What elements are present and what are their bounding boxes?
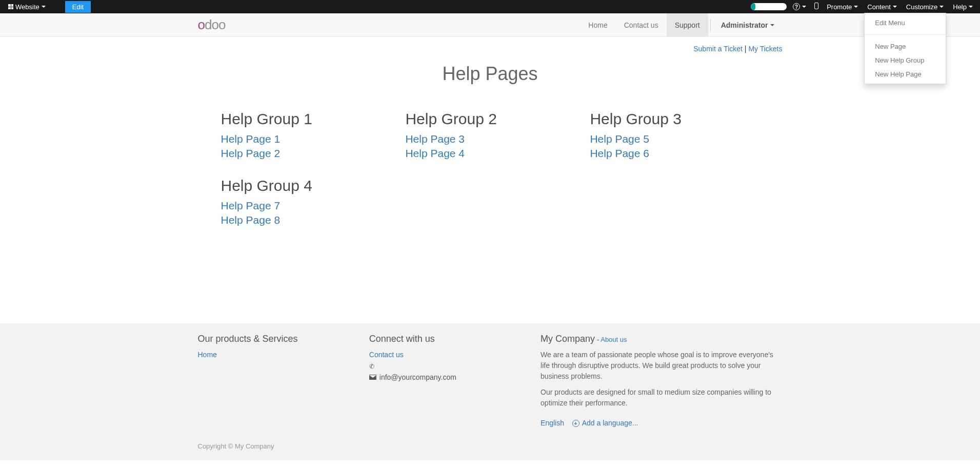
link-my-tickets[interactable]: My Tickets: [748, 45, 782, 53]
footer-email-row: info@yourcompany.com: [369, 373, 530, 381]
footer-col-connect: Connect with us Contact us info@yourcomp…: [369, 334, 530, 427]
nav-user-dropdown[interactable]: Administrator: [713, 21, 783, 29]
help-page-link[interactable]: Help Page 3: [405, 133, 574, 145]
caret-down-icon: [969, 6, 973, 8]
footer-heading: Connect with us: [369, 334, 530, 344]
help-group: Help Group 1 Help Page 1 Help Page 2: [213, 110, 398, 162]
group-title: Help Group 2: [405, 110, 574, 128]
navbar-container: odoo Home Contact us Support Administrat…: [190, 13, 790, 36]
progress-fill: [751, 3, 755, 10]
nav-contact[interactable]: Contact us: [616, 13, 667, 36]
customize-label: Customize: [906, 3, 937, 11]
website-label: Website: [15, 3, 39, 11]
promote-label: Promote: [827, 3, 852, 11]
mail-icon: [369, 375, 376, 380]
nav-support[interactable]: Support: [667, 13, 708, 36]
nav-right: Home Contact us Support Administrator: [580, 13, 782, 36]
link-submit-ticket[interactable]: Submit a Ticket: [693, 45, 743, 53]
help-page-link[interactable]: Help Page 6: [590, 147, 759, 160]
link-sep: |: [743, 45, 748, 53]
lang-add[interactable]: + Add a language...: [572, 419, 638, 427]
footer-link-about[interactable]: About us: [601, 336, 627, 343]
footer-link-contact[interactable]: Contact us: [369, 351, 404, 359]
help-page-link[interactable]: Help Page 4: [405, 147, 574, 160]
nav-home[interactable]: Home: [580, 13, 615, 36]
main-navbar: odoo Home Contact us Support Administrat…: [0, 13, 980, 37]
dropdown-divider: [865, 34, 946, 35]
footer-heading: Our products & Services: [198, 334, 359, 344]
footer-phone-row: [369, 362, 530, 370]
menu-new-help-page[interactable]: New Help Page: [865, 67, 946, 81]
promote-dropdown[interactable]: Promote: [824, 1, 861, 13]
help-label: Help: [953, 3, 967, 11]
content-dropdown[interactable]: Content Edit Menu New Page New Help Grou…: [864, 1, 900, 13]
language-row: English + Add a language...: [541, 419, 782, 427]
help-groups: Help Group 1 Help Page 1 Help Page 2 Hel…: [198, 110, 783, 244]
caret-down-icon: [854, 6, 858, 8]
content-dropdown-menu: Edit Menu New Page New Help Group New He…: [864, 13, 946, 84]
website-dropdown[interactable]: Website: [4, 1, 50, 13]
user-label: Administrator: [721, 21, 768, 29]
help-icon-button[interactable]: ?: [790, 1, 809, 12]
topbar-left: Website Edit: [4, 1, 91, 13]
help-page-link[interactable]: Help Page 5: [590, 133, 759, 145]
odoo-logo[interactable]: odoo: [198, 17, 226, 33]
footer-email: info@yourcompany.com: [379, 373, 456, 381]
progress-indicator[interactable]: [751, 3, 787, 10]
help-dropdown[interactable]: Help: [950, 1, 976, 13]
plus-circle-icon: +: [572, 420, 579, 427]
menu-new-page[interactable]: New Page: [865, 40, 946, 53]
help-group: Help Group 3 Help Page 5 Help Page 6: [582, 110, 767, 162]
group-title: Help Group 4: [221, 177, 390, 195]
nav-divider: [710, 19, 711, 31]
footer-col-company: My Company - About us We are a team of p…: [541, 334, 782, 427]
main-content: Submit a Ticket | My Tickets Help Pages …: [190, 37, 790, 251]
question-circle-icon: ?: [793, 3, 800, 10]
caret-down-icon: [42, 6, 46, 8]
customize-dropdown[interactable]: Customize: [903, 1, 947, 13]
help-page-link[interactable]: Help Page 7: [221, 200, 390, 212]
top-links: Submit a Ticket | My Tickets: [198, 45, 783, 53]
mobile-icon: [814, 3, 818, 9]
help-page-link[interactable]: Help Page 1: [221, 133, 390, 145]
footer-container: Our products & Services Home Connect wit…: [190, 334, 790, 427]
lang-add-label: Add a language...: [582, 419, 638, 427]
footer-col-products: Our products & Services Home: [198, 334, 359, 427]
caret-down-icon: [893, 6, 897, 8]
help-page-link[interactable]: Help Page 2: [221, 147, 390, 160]
footer-text: We are a team of passionate people whose…: [541, 350, 782, 382]
mobile-preview-button[interactable]: [812, 3, 821, 11]
caret-down-icon: [770, 24, 774, 26]
content-label: Content: [867, 3, 891, 11]
phone-icon: [369, 362, 374, 370]
help-group: Help Group 2 Help Page 3 Help Page 4: [397, 110, 582, 162]
footer-copyright: Copyright © My Company: [190, 437, 790, 450]
group-title: Help Group 1: [221, 110, 390, 128]
caret-down-icon: [802, 6, 806, 8]
menu-new-help-group[interactable]: New Help Group: [865, 53, 946, 67]
admin-topbar: Website Edit ? Promote Content Edit Menu…: [0, 0, 980, 13]
help-page-link[interactable]: Help Page 8: [221, 214, 390, 226]
lang-english[interactable]: English: [541, 419, 564, 427]
footer-text: Our products are designed for small to m…: [541, 387, 782, 409]
help-group: Help Group 4 Help Page 7 Help Page 8: [213, 177, 398, 228]
menu-edit-menu[interactable]: Edit Menu: [865, 16, 946, 30]
footer-link-home[interactable]: Home: [198, 351, 217, 359]
page-title: Help Pages: [198, 63, 783, 85]
group-title: Help Group 3: [590, 110, 759, 128]
footer-company-name: My Company: [541, 334, 595, 344]
edit-button[interactable]: Edit: [65, 1, 91, 13]
caret-down-icon: [939, 6, 944, 8]
topbar-right: ? Promote Content Edit Menu New Page New…: [751, 1, 976, 13]
apps-grid-icon: [8, 4, 13, 9]
footer: Our products & Services Home Connect wit…: [0, 323, 980, 460]
